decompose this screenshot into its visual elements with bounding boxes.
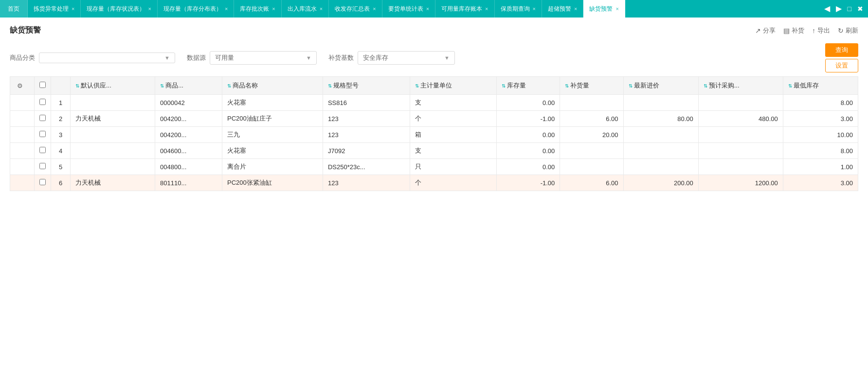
- query-button[interactable]: 查询: [825, 43, 858, 57]
- close-tab-available-ledger[interactable]: ×: [485, 6, 488, 12]
- col-product-code-header[interactable]: ⇅ 商品...: [155, 77, 222, 95]
- row-spec-cell: SS816: [323, 95, 410, 111]
- table-settings-icon[interactable]: ⚙: [15, 81, 25, 90]
- datasource-chevron-icon: ▼: [306, 55, 311, 61]
- row-gear-cell: [10, 159, 35, 175]
- nav-prev-btn[interactable]: ◀: [821, 0, 833, 18]
- tab-inventory-status[interactable]: 现存量（库存状况表） ×: [81, 0, 157, 18]
- col-est-purchase-header[interactable]: ⇅ 预计采购...: [698, 77, 783, 95]
- row-replenish-cell: [560, 143, 623, 159]
- category-filter-label: 商品分类: [10, 53, 35, 62]
- sort-spec-icon: ⇅: [328, 83, 332, 88]
- nav-next-btn[interactable]: ▶: [833, 0, 845, 18]
- row-replenish-cell: 6.00: [560, 175, 623, 191]
- row-spec-cell: 123: [323, 175, 410, 191]
- close-tab-shortage[interactable]: ×: [615, 6, 618, 12]
- select-all-checkbox[interactable]: [39, 82, 46, 88]
- row-spec-cell: 123: [323, 127, 410, 143]
- col-replenish-header[interactable]: ⇅ 补货量: [560, 77, 623, 95]
- tab-available-ledger[interactable]: 可用量库存账本 ×: [435, 0, 494, 18]
- refresh-action[interactable]: ↻ 刷新: [838, 26, 858, 35]
- row-checkbox-cell[interactable]: [35, 143, 51, 159]
- sort-minstock-icon: ⇅: [788, 83, 792, 88]
- nav-window-btn[interactable]: □: [845, 0, 854, 18]
- row-minstock-cell: 3.00: [783, 175, 858, 191]
- tab-order-stat[interactable]: 要货单统计表 ×: [382, 0, 435, 18]
- col-spec-header[interactable]: ⇅ 规格型号: [323, 77, 410, 95]
- row-unit-cell: 个: [410, 175, 497, 191]
- col-unit-header[interactable]: ⇅ 主计量单位: [410, 77, 497, 95]
- export-label: 导出: [817, 26, 830, 35]
- row-minstock-cell: 1.00: [783, 159, 858, 175]
- col-supplier-header[interactable]: ⇅ 默认供应...: [71, 77, 155, 95]
- row-checkbox-cell[interactable]: [35, 111, 51, 127]
- tab-receipt-summary[interactable]: 收发存汇总表 ×: [329, 0, 382, 18]
- close-tab-inventory-status[interactable]: ×: [148, 6, 151, 12]
- tab-batch-account[interactable]: 库存批次账 ×: [234, 0, 281, 18]
- replenish-base-value: 安全库存: [363, 53, 388, 62]
- tab-expiry-query[interactable]: 保质期查询 ×: [495, 0, 542, 18]
- datasource-select-value: 可用量: [215, 53, 234, 62]
- tab-inventory-dist[interactable]: 现存量（库存分布表） ×: [158, 0, 234, 18]
- table-row: 4 004600... 火花塞 J7092 支 0.00 8.00: [10, 143, 858, 159]
- row-spec-cell: J7092: [323, 143, 410, 159]
- close-tab-inventory-dist[interactable]: ×: [225, 6, 228, 12]
- table-row: 5 004800... 离合片 DS250*23c... 只 0.00 1.00: [10, 159, 858, 175]
- close-tab-exception[interactable]: ×: [72, 6, 74, 12]
- row-checkbox-cell[interactable]: [35, 159, 51, 175]
- row-price-cell: [623, 143, 698, 159]
- row-code-cell: 004600...: [155, 143, 222, 159]
- datasource-select[interactable]: 可用量 ▼: [210, 51, 317, 65]
- col-stock-header[interactable]: ⇅ 库存量: [497, 77, 560, 95]
- row-supplier-cell: 力天机械: [71, 111, 155, 127]
- row-gear-cell: [10, 143, 35, 159]
- row-checkbox[interactable]: [39, 147, 46, 153]
- row-code-cell: 0000042: [155, 95, 222, 111]
- tab-exception[interactable]: 拣货异常处理 ×: [28, 0, 81, 18]
- nav-close-btn[interactable]: ✖: [854, 0, 866, 18]
- row-num-cell: 4: [51, 143, 71, 159]
- col-checkbox-header: [35, 77, 51, 95]
- close-tab-overstock[interactable]: ×: [574, 6, 577, 12]
- row-checkbox[interactable]: [39, 179, 46, 185]
- row-checkbox-cell[interactable]: [35, 95, 51, 111]
- row-checkbox[interactable]: [39, 99, 46, 105]
- close-tab-batch-account[interactable]: ×: [272, 6, 275, 12]
- replenish-base-chevron-icon: ▼: [444, 55, 450, 61]
- replenish-base-select[interactable]: 安全库存 ▼: [358, 51, 455, 65]
- row-supplier-cell: [71, 95, 155, 111]
- tab-inout-flow[interactable]: 出入库流水 ×: [282, 0, 329, 18]
- col-product-name-header[interactable]: ⇅ 商品名称: [222, 77, 323, 95]
- export-action[interactable]: ↑ 导出: [812, 26, 830, 35]
- tab-shortage[interactable]: 缺货预警 ×: [583, 0, 625, 18]
- tab-overstock[interactable]: 超储预警 ×: [542, 0, 583, 18]
- row-checkbox[interactable]: [39, 131, 46, 137]
- row-checkbox[interactable]: [39, 163, 46, 169]
- close-tab-receipt-summary[interactable]: ×: [373, 6, 376, 12]
- row-checkbox-cell[interactable]: [35, 127, 51, 143]
- row-checkbox-cell[interactable]: [35, 175, 51, 191]
- row-replenish-cell: 6.00: [560, 111, 623, 127]
- row-checkbox[interactable]: [39, 115, 46, 121]
- col-min-stock-header[interactable]: ⇅ 最低库存: [783, 77, 858, 95]
- close-tab-expiry-query[interactable]: ×: [533, 6, 536, 12]
- data-table: ⚙ ⇅ 默认供应... ⇅ 商品...: [10, 76, 858, 191]
- replenish-action[interactable]: ▤ 补货: [783, 26, 804, 35]
- datasource-filter-group: 数据源 可用量 ▼: [187, 51, 317, 65]
- row-minstock-cell: 3.00: [783, 111, 858, 127]
- category-select[interactable]: ▼: [39, 53, 175, 63]
- row-replenish-cell: [560, 159, 623, 175]
- datasource-filter-label: 数据源: [187, 53, 206, 62]
- col-latest-price-header[interactable]: ⇅ 最新进价: [623, 77, 698, 95]
- close-tab-inout-flow[interactable]: ×: [320, 6, 323, 12]
- table-row: 2 力天机械 004200... PC200油缸庄子 123 个 -1.00 6…: [10, 111, 858, 127]
- category-chevron-icon: ▼: [164, 55, 170, 61]
- share-action[interactable]: ↗ 分享: [755, 26, 776, 35]
- settings-button[interactable]: 设置: [825, 59, 858, 72]
- filter-buttons: 查询 设置: [825, 43, 858, 72]
- close-tab-order-stat[interactable]: ×: [426, 6, 429, 12]
- row-stock-cell: 0.00: [497, 127, 560, 143]
- tab-home[interactable]: 首页: [0, 0, 28, 18]
- sort-price-icon: ⇅: [629, 83, 633, 88]
- row-name-cell: 离合片: [222, 159, 323, 175]
